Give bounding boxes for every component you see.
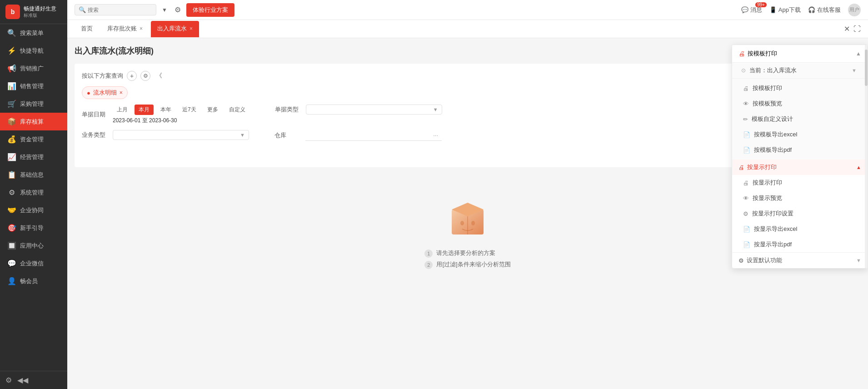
sidebar-item-apps[interactable]: 🔲 应用中心: [0, 237, 67, 254]
display-excel-label: 按显示导出excel: [754, 225, 797, 233]
sidebar-item-label: 快捷导航: [20, 47, 44, 55]
gear-icon[interactable]: ⚙: [175, 5, 181, 14]
scrollbar-thumb[interactable]: [865, 50, 868, 86]
svg-point-3: [460, 221, 464, 225]
sidebar-item-search[interactable]: 🔍 搜索菜单: [0, 24, 67, 42]
sidebar-item-label: 库存核算: [20, 118, 44, 126]
date-last-month-btn[interactable]: 上月: [113, 105, 132, 115]
sidebar-item-shortcut[interactable]: ⚡ 快捷导航: [0, 42, 67, 60]
message-btn[interactable]: 💬 消息 99+: [741, 6, 762, 14]
expand-btn[interactable]: ⛶: [853, 25, 861, 33]
tab-batch[interactable]: 库存批次账 ×: [101, 21, 149, 37]
sidebar-item-label: 应用中心: [20, 242, 44, 250]
tab-flow[interactable]: 出入库流水 ×: [151, 21, 199, 37]
search-dropdown-btn[interactable]: ▼: [162, 7, 167, 13]
display-settings-item[interactable]: ⚙ 按显示打印设置: [732, 206, 868, 221]
doc-type-filter-field: 单据类型 ▼: [275, 105, 442, 115]
sidebar-item-member[interactable]: 👤 畅会员: [0, 272, 67, 290]
sidebar-item-wechat[interactable]: 💬 企业微信: [0, 254, 67, 272]
biz-type-filter-field: 业务类型 ▼: [82, 130, 249, 140]
logo-text: 畅捷通好生意 标准版: [24, 5, 56, 19]
app-download-btn[interactable]: 📱 App下载: [769, 6, 801, 14]
display-preview-item[interactable]: 👁 按显示预览: [732, 190, 868, 206]
trial-btn[interactable]: 体验行业方案: [186, 3, 234, 17]
topbar-search-box[interactable]: 🔍: [75, 4, 156, 15]
step-number-2: 2: [424, 261, 433, 269]
sidebar-item-basic[interactable]: 📋 基础信息: [0, 166, 67, 184]
sidebar-item-inventory[interactable]: 📦 库存核算: [0, 113, 67, 130]
tab-flow-close[interactable]: ×: [190, 25, 193, 32]
search-input[interactable]: [88, 7, 152, 13]
dropdown-footer[interactable]: ⚙ 设置默认功能 ▼: [732, 252, 868, 268]
close-all-tabs-btn[interactable]: ✕: [844, 25, 850, 33]
date-more-btn[interactable]: 更多: [203, 105, 222, 115]
sidebar-item-cooperation[interactable]: 🤝 企业协同: [0, 201, 67, 219]
filter-add-btn[interactable]: +: [127, 71, 137, 81]
doc-type-select[interactable]: ▼: [306, 105, 442, 115]
display-pdf-icon: 📄: [743, 241, 750, 248]
template-design-item[interactable]: ✏ 模板自定义设计: [732, 111, 868, 127]
biz-type-chevron-icon: ▼: [240, 132, 245, 138]
template-excel-item[interactable]: 📄 按模板导出excel: [732, 127, 868, 142]
empty-step-2: 2 用[过滤]条件来缩小分析范围: [424, 260, 510, 269]
template-design-label: 模板自定义设计: [752, 115, 793, 123]
tab-home[interactable]: 首页: [75, 21, 99, 37]
sales-icon: 📊: [7, 82, 16, 90]
display-print-icon: 🖨: [743, 180, 749, 186]
sidebar-item-label: 新手引导: [20, 224, 44, 232]
wechat-icon: 💬: [7, 259, 16, 268]
template-pdf-item[interactable]: 📄 按模板导出pdf: [732, 142, 868, 158]
biz-type-select[interactable]: ▼: [113, 130, 249, 140]
date-this-year-btn[interactable]: 本年: [156, 105, 175, 115]
template-excel-label: 按模板导出excel: [754, 130, 797, 139]
filter-setting-btn[interactable]: ⚙: [140, 71, 150, 81]
tag-close-btn[interactable]: ×: [120, 90, 123, 96]
basic-icon: 📋: [7, 170, 16, 179]
template-preview-icon: 👁: [743, 100, 749, 107]
sidebar-item-guide[interactable]: 🎯 新手引导: [0, 219, 67, 237]
dropdown-print-icon: 🖨: [738, 50, 745, 57]
sidebar-item-marketing[interactable]: 📢 营销推广: [0, 60, 67, 77]
sidebar-item-sales[interactable]: 📊 销售管理: [0, 77, 67, 95]
biz-type-label: 业务类型: [82, 131, 109, 139]
sidebar-item-label: 采购管理: [20, 100, 44, 108]
empty-steps: 1 请先选择要分析的方案 2 用[过滤]条件来缩小分析范围: [424, 249, 510, 269]
dropdown-header-chevron[interactable]: ▲: [856, 50, 861, 57]
step-number-1: 1: [424, 249, 433, 258]
sidebar-item-label: 营销推广: [20, 65, 44, 73]
display-print-item[interactable]: 🖨 按显示打印: [732, 175, 868, 190]
filter-expand-collapse-btn[interactable]: 《: [156, 72, 162, 80]
date-7days-btn[interactable]: 近7天: [178, 105, 200, 115]
tab-batch-close[interactable]: ×: [140, 25, 143, 32]
step-text-1: 请先选择要分析的方案: [436, 249, 495, 257]
display-preview-icon: 👁: [743, 195, 749, 202]
display-section-header[interactable]: 🖨 按显示打印 ▲: [732, 160, 868, 175]
sidebar-item-operations[interactable]: 📈 经营管理: [0, 148, 67, 166]
collapse-sidebar-btn[interactable]: ◀◀: [17, 376, 28, 384]
scrollbar-track: [865, 45, 868, 268]
apps-icon: 🔲: [7, 241, 16, 250]
customer-service-label: 在线客服: [817, 6, 841, 14]
avatar[interactable]: 用户: [848, 4, 861, 16]
date-custom-btn[interactable]: 自定义: [225, 105, 249, 115]
customer-service-btn[interactable]: 🎧 在线客服: [808, 6, 841, 14]
date-this-month-btn[interactable]: 本月: [135, 105, 154, 115]
flow-detail-tag[interactable]: ● 流水明细 ×: [82, 86, 128, 99]
template-preview-item[interactable]: 👁 按模板预览: [732, 96, 868, 111]
display-excel-item[interactable]: 📄 按显示导出excel: [732, 221, 868, 237]
sidebar-item-label: 基础信息: [20, 171, 44, 179]
step-text-2: 用[过滤]条件来缩小分析范围: [436, 260, 510, 269]
dropdown-current-item[interactable]: ⊙ 当前：出入库流水 ▼: [732, 63, 868, 79]
display-pdf-item[interactable]: 📄 按显示导出pdf: [732, 237, 868, 252]
warehouse-select[interactable]: ···: [305, 130, 442, 141]
settings-bottom-btn[interactable]: ⚙: [5, 376, 12, 384]
tag-icon: ●: [87, 90, 90, 96]
warehouse-label: 仓库: [274, 131, 302, 140]
template-design-icon: ✏: [743, 116, 748, 123]
print-dropdown-panel: 🖨 按模板打印 ▲ ⊙ 当前：出入库流水 ▼ 🖨 按模板打印 👁 按模板预览 ✏…: [732, 45, 868, 269]
template-print-item[interactable]: 🖨 按模板打印: [732, 80, 868, 96]
sidebar-item-label: 企业微信: [20, 259, 44, 268]
sidebar-item-finance[interactable]: 💰 资金管理: [0, 130, 67, 148]
sidebar-item-system[interactable]: ⚙ 系统管理: [0, 184, 67, 201]
sidebar-item-purchase[interactable]: 🛒 采购管理: [0, 95, 67, 113]
